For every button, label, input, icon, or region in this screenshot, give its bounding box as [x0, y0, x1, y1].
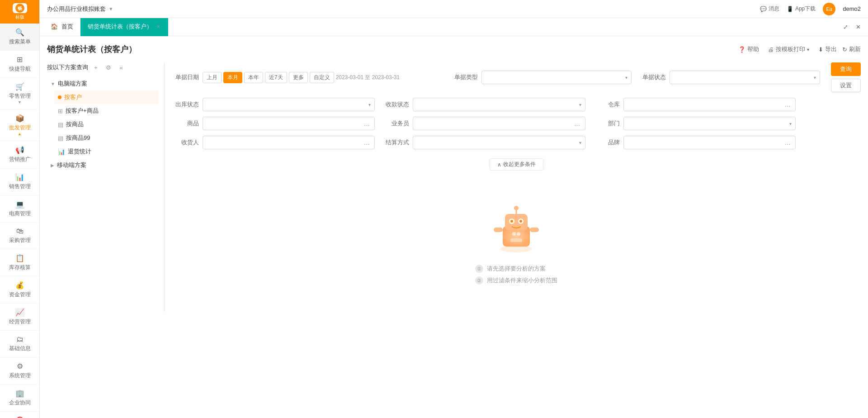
sidebar-item-search[interactable]: 🔍 搜索菜单 — [0, 24, 39, 51]
export-btn[interactable]: ⬇ 导出 — [818, 45, 837, 53]
template-print-label: 按模板打印 — [776, 45, 805, 53]
out-status-select[interactable]: ▾ — [203, 98, 375, 111]
chevron-up-icon: ▲ — [18, 132, 22, 136]
tab-close-icon[interactable]: × — [156, 23, 161, 31]
more-icon: … — [784, 139, 792, 146]
tab-sales-stats[interactable]: 销货单统计表（按客户） × — [80, 18, 168, 36]
avatar[interactable]: Ea — [823, 3, 835, 15]
tree-item-by-customer-product[interactable]: ⊞ 按客户+商品 — [54, 104, 159, 118]
filter-row-1: 单据日期 上月 本月 本年 近7天 更多 自定义 2023-03-01 至 20… — [172, 62, 861, 92]
svg-text:畅: 畅 — [18, 6, 22, 11]
sidebar-item-enterprise[interactable]: 🏢 企业协同 — [0, 385, 39, 412]
date-btn-this-month[interactable]: 本月 — [223, 72, 242, 83]
more-icon: … — [784, 101, 792, 108]
receipt-status-select[interactable]: ▾ — [413, 98, 585, 111]
tree-item-by-product-99[interactable]: ▤ 按商品99 — [54, 131, 159, 145]
sidebar-item-sales[interactable]: 📊 销售管理 — [0, 168, 39, 195]
message-action[interactable]: 💬 消息 — [760, 5, 779, 13]
date-btn-this-year[interactable]: 本年 — [244, 72, 263, 83]
chart-icon: 📊 — [58, 148, 65, 155]
date-btn-custom[interactable]: 自定义 — [310, 72, 334, 83]
doc-status-select[interactable]: ▾ — [670, 71, 820, 84]
sidebar-item-inventory[interactable]: 📋 库存核算 — [0, 249, 39, 276]
app-download-label: App下载 — [795, 5, 816, 13]
filter-row-2: 出库状态 ▾ 收款状态 ▾ — [172, 98, 861, 111]
sidebar-item-nav[interactable]: ⊞ 快捷导航 — [0, 51, 39, 78]
sidebar-item-label: 营销推广 — [9, 156, 31, 163]
refresh-btn[interactable]: ↻ 刷新 — [842, 45, 861, 53]
receiver-input[interactable]: … — [203, 136, 375, 149]
date-range-text: 2023-03-01 至 2023-03-31 — [336, 74, 400, 81]
sidebar-item-ecommerce[interactable]: 💻 电商管理 — [0, 195, 39, 223]
sidebar-item-newbie[interactable]: 🎯 新手引导 — [0, 412, 39, 418]
tree-item-return-stats[interactable]: 📊 退货统计 — [54, 145, 159, 158]
edit-scheme-btn[interactable]: ⚙ — [104, 62, 113, 72]
plus-icon: + — [94, 64, 98, 71]
salesperson-input[interactable]: … — [413, 117, 585, 130]
tree-group-label: 电脑端方案 — [58, 80, 87, 88]
export-icon: ⬇ — [818, 46, 823, 53]
tree-group-mobile[interactable]: ▶ 移动端方案 — [47, 158, 159, 172]
retail-icon: 🛒 — [15, 82, 24, 91]
collapse-panel-btn[interactable]: « — [116, 62, 126, 72]
sidebar-item-finance[interactable]: 💰 资金管理 — [0, 276, 39, 304]
logo-icon: 畅 — [13, 3, 27, 13]
more-icon: … — [363, 139, 371, 146]
warehouse-input[interactable]: … — [623, 98, 796, 111]
date-btn-last-month[interactable]: 上月 — [203, 72, 222, 83]
tree-item-by-product[interactable]: ▤ 按商品 — [54, 118, 159, 131]
brand-input[interactable]: … — [623, 136, 796, 149]
doc-type-select[interactable]: ▾ — [481, 71, 632, 84]
svg-point-8 — [519, 220, 522, 223]
collapse-btn[interactable]: ∧ 收起更多条件 — [490, 158, 543, 171]
sidebar-item-retail[interactable]: 🛒 零售管理 ▼ — [0, 78, 39, 109]
date-btn-more[interactable]: 更多 — [289, 72, 308, 83]
help-btn[interactable]: ❓ 帮助 — [738, 45, 759, 53]
doc-type-label: 单据类型 — [451, 73, 478, 81]
logo-subtitle: 标版 — [15, 14, 24, 20]
sidebar-item-label: 库存核算 — [9, 264, 31, 271]
chevron-down-icon: ▾ — [814, 75, 816, 80]
page-title: 销货单统计表（按客户） — [47, 44, 137, 55]
tree-group-desktop[interactable]: ▼ 电脑端方案 — [47, 77, 159, 90]
date-btn-7days[interactable]: 近7天 — [265, 72, 287, 83]
hint-text-2: 用过滤条件来缩小分析范围 — [487, 276, 557, 285]
sidebar-item-label: 企业协同 — [9, 399, 31, 407]
empty-hint-2: ② 用过滤条件来缩小分析范围 — [475, 276, 557, 285]
sidebar-item-basics[interactable]: 🗂 基础信息 — [0, 331, 39, 357]
sidebar-item-label: 资金管理 — [9, 291, 31, 299]
window-close-icon[interactable]: ✕ — [852, 21, 864, 33]
add-scheme-btn[interactable]: + — [91, 62, 101, 72]
message-icon: 💬 — [760, 6, 767, 12]
filter-item-receiver: 收货人 … — [172, 136, 375, 149]
user-name[interactable]: demo2 — [843, 5, 861, 12]
sidebar-item-label: 快捷导航 — [9, 65, 31, 73]
expand-icon: ▼ — [51, 81, 55, 86]
tab-home-label: 首页 — [61, 23, 73, 31]
sidebar-item-marketing[interactable]: 📢 营销推广 — [0, 141, 39, 168]
table-icon: ▤ — [58, 121, 63, 128]
app-download-action[interactable]: 📱 App下载 — [787, 5, 816, 13]
empty-hints: ① 请先选择要分析的方案 ② 用过滤条件来缩小分析范围 — [475, 265, 557, 285]
department-select[interactable]: ▾ — [623, 117, 796, 130]
tree-item-by-customer[interactable]: 按客户 — [54, 90, 159, 104]
tab-expand-icon[interactable]: ⤢ — [840, 24, 852, 30]
query-btn[interactable]: 查询 — [831, 62, 861, 76]
template-print-btn[interactable]: 🖨 按模板打印 ▾ — [764, 43, 813, 55]
chevron-down-icon: ▾ — [625, 75, 627, 80]
page-title-bar: 销货单统计表（按客户） ❓ 帮助 🖨 按模板打印 ▾ ⬇ 导出 — [47, 43, 861, 55]
sidebar-item-operations[interactable]: 📈 经营管理 — [0, 304, 39, 331]
sidebar-item-system[interactable]: ⚙ 系统管理 — [0, 357, 39, 385]
product-input[interactable]: … — [203, 117, 375, 130]
tab-home[interactable]: 🏠 首页 — [43, 18, 80, 36]
top-header: 办公用品行业模拟账套 ▾ 💬 消息 📱 App下载 Ea demo2 — [40, 0, 868, 18]
settings-btn[interactable]: 设置 — [831, 79, 861, 92]
sidebar-item-wholesale[interactable]: 📦 批发管理 ▲ — [0, 109, 39, 141]
sidebar-item-purchase[interactable]: 🛍 采购管理 — [0, 223, 39, 249]
tree-item-label: 按客户 — [64, 93, 82, 101]
sidebar-item-label: 电商管理 — [9, 210, 31, 218]
settlement-select[interactable]: ▾ — [413, 136, 585, 149]
hint-number-1: ① — [475, 265, 483, 273]
tree-item-label: 按商品99 — [66, 134, 90, 142]
suite-dropdown-icon[interactable]: ▾ — [109, 5, 113, 12]
